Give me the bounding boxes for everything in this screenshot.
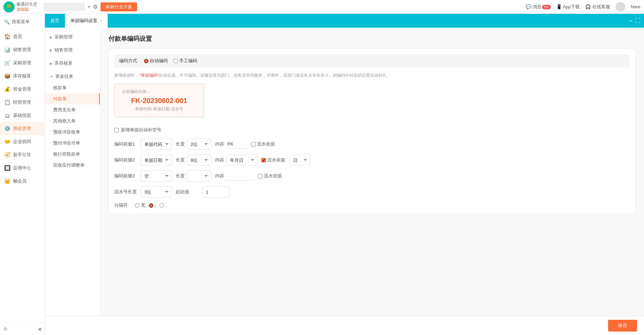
sidebar-label-sales: 销售管理: [13, 47, 31, 53]
prefix3-select[interactable]: 空: [141, 170, 172, 182]
sidebar-item-inventory[interactable]: 📦 库存核算: [0, 69, 45, 83]
online-service-link[interactable]: 🎧 在线客服: [585, 4, 610, 10]
sidebar-item-sales[interactable]: 📊 销售管理: [0, 43, 45, 56]
sidebar-item-company[interactable]: 🤝 企业协同: [0, 135, 45, 148]
main-content: 付款单编码设置 编码方式 自动编码 手工编码: [100, 28, 644, 316]
sidebar-item-apps[interactable]: 🔲 应用中心: [0, 161, 45, 175]
settings-icon[interactable]: ⚙: [93, 3, 98, 10]
sub-item-receipt[interactable]: 收款单: [45, 82, 100, 93]
sidebar-label-inventory: 库存核算: [13, 73, 31, 79]
auto-fill-label: 新增单据自动补空号: [121, 127, 161, 133]
serial-length-select[interactable]: 3位: [141, 186, 172, 197]
length2-select[interactable]: 8位: [187, 155, 211, 166]
sidebar-label-system: 系统管理: [13, 125, 31, 132]
prefix2-label: 编码前缀2: [114, 157, 138, 163]
sub-group-sales: ▶ 销售管理: [45, 44, 100, 56]
system-icon: ⚙️: [4, 125, 10, 132]
tab-home[interactable]: 首页: [45, 14, 65, 28]
sidebar-item-basic[interactable]: 🗂 基础信息: [0, 109, 45, 122]
user-avatar[interactable]: [616, 2, 625, 12]
sidebar-item-member[interactable]: 👑 畅会员: [0, 175, 45, 188]
sub-header-capital-label: 资金往来: [55, 73, 73, 80]
sidebar-item-finance[interactable]: 💰 资金管理: [0, 83, 45, 96]
sub-header-inventory[interactable]: ▶ 库存核算: [45, 57, 100, 69]
app-download-link[interactable]: 📱 App下载: [556, 4, 580, 10]
sidebar-collapse-icon[interactable]: ◀: [38, 326, 41, 332]
prefix1-select[interactable]: 单据代码: [141, 139, 172, 150]
sidebar-item-system[interactable]: ⚙️ 系统管理: [0, 122, 45, 135]
flow3-checkbox[interactable]: [258, 174, 262, 178]
sidebar: 🔍 搜索菜单 🏠 首页 📊 销售管理 🛒 采购管理 📦 库存核算 💰 资金管理 …: [0, 14, 45, 335]
sep-dot-label: .: [165, 203, 167, 208]
company-icon: 🤝: [4, 139, 10, 145]
serial-length-label: 流水号长度: [114, 189, 138, 195]
tab-maximize-icon[interactable]: ⛶: [635, 18, 641, 24]
sub-item-bank[interactable]: 银行存取款单: [45, 149, 100, 160]
length1-select[interactable]: 2位: [187, 139, 211, 150]
tab-encode-settings[interactable]: 单据编码设置 ×: [65, 14, 108, 28]
content1-label: 内容: [215, 141, 224, 147]
serial-row: 流水号长度 3位 起始值: [114, 186, 630, 197]
sub-item-payment[interactable]: 付款单: [45, 93, 100, 104]
sub-header-purchase[interactable]: ▶ 采购管理: [45, 31, 100, 43]
content3-label: 内容: [215, 173, 224, 179]
sidebar-settings-icon[interactable]: ⚙: [3, 326, 8, 332]
prefix1-label: 编码前缀1: [114, 141, 138, 147]
flow1-label: 流水依据: [257, 141, 275, 147]
content3-group: 内容: [215, 171, 254, 180]
content1-value: [226, 140, 247, 149]
dropdown-arrow-icon[interactable]: ▾: [88, 4, 90, 9]
tab-minimize-icon[interactable]: –: [629, 18, 632, 24]
sub-header-sales[interactable]: ▶ 销售管理: [45, 44, 100, 56]
search-icon: 🔍: [4, 19, 10, 25]
sidebar-label-guide: 新手引导: [13, 152, 31, 158]
code-example-sub: 单据代码-单据日期-流水号: [122, 106, 197, 112]
start-value-input[interactable]: [202, 186, 230, 197]
sidebar-item-guide[interactable]: 🧭 新手引导: [0, 148, 45, 161]
flow3-check: 流水依据: [258, 173, 282, 179]
search-bar[interactable]: [44, 3, 85, 11]
length2-label: 长度: [176, 157, 185, 163]
page-title: 付款单编码设置: [108, 35, 636, 43]
search-menu[interactable]: 🔍 搜索菜单: [0, 17, 45, 27]
sep-none-label: 无: [141, 202, 145, 208]
sidebar-item-purchase[interactable]: 🛒 采购管理: [0, 56, 45, 69]
sep-radio-dash[interactable]: -: [149, 203, 156, 208]
experience-btn[interactable]: 体验行业方案: [100, 2, 137, 11]
sub-header-capital[interactable]: ▼ 资金往来: [45, 71, 100, 82]
radio-auto[interactable]: 自动编码: [144, 58, 168, 64]
sub-item-other-income[interactable]: 其他收入单: [45, 115, 100, 127]
sidebar-label-purchase: 采购管理: [13, 60, 31, 66]
length3-group: 长度: [176, 170, 211, 182]
flow1-checkbox[interactable]: [251, 142, 256, 147]
top-bar: 🍀 畅通好生意 旗舰版 ▾ ⚙ 体验行业方案 💬 消息99+ 📱 App下载 🎧…: [0, 0, 644, 14]
message-link[interactable]: 💬 消息99+: [526, 4, 551, 10]
radio-manual[interactable]: 手工编码: [173, 58, 197, 64]
tab-close-icon[interactable]: ×: [100, 19, 102, 23]
content2-select[interactable]: 年月日: [226, 155, 257, 166]
flow2-check: 流水依据: [261, 157, 285, 163]
length3-select[interactable]: [187, 170, 211, 182]
auto-fill-checkbox[interactable]: [114, 128, 119, 132]
save-button[interactable]: 保存: [608, 320, 637, 332]
chevron-right-icon2: ▶: [50, 48, 52, 52]
sidebar-item-operations[interactable]: 📋 经营管理: [0, 96, 45, 109]
sub-header-purchase-label: 采购管理: [55, 34, 73, 40]
sep-radio-none[interactable]: 无: [135, 202, 145, 208]
sidebar-label-home: 首页: [13, 34, 22, 40]
guide-icon: 🧭: [4, 152, 10, 158]
sep-radio-dot[interactable]: .: [160, 203, 167, 208]
sub-item-expense[interactable]: 费用支出单: [45, 104, 100, 115]
sub-group-purchase: ▶ 采购管理: [45, 31, 100, 43]
flow2-period-select[interactable]: 日: [289, 155, 310, 166]
prefix2-select[interactable]: 单据日期: [141, 155, 172, 166]
sidebar-item-home[interactable]: 🏠 首页: [0, 30, 45, 43]
chevron-right-icon3: ▶: [50, 62, 52, 65]
prefix3-group: 编码前缀3 空: [114, 170, 172, 182]
prefix-row-3: 编码前缀3 空 长度 内容: [114, 170, 630, 182]
flow2-checkbox[interactable]: [261, 158, 266, 162]
sub-item-adjust[interactable]: 应收应付调整单: [45, 160, 100, 171]
sub-item-advance-receivable[interactable]: 预收冲应收单: [45, 127, 100, 138]
sub-item-advance-payable[interactable]: 预付冲应付单: [45, 138, 100, 149]
sidebar-search-area[interactable]: 🔍 搜索菜单: [0, 14, 45, 30]
